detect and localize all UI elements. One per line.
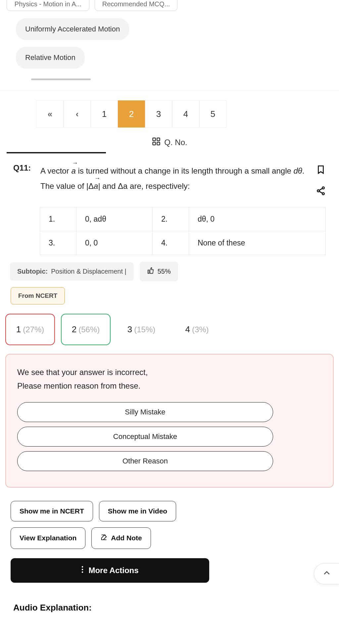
show-in-video-button[interactable]: Show me in Video [99, 501, 176, 521]
table-row: 3. 0, 0 4. None of these [40, 231, 326, 255]
option-val-1[interactable]: 0, adθ [76, 207, 153, 231]
svg-rect-2 [153, 142, 156, 145]
option-val-2[interactable]: dθ, 0 [189, 207, 326, 231]
pager-page-5[interactable]: 5 [199, 100, 226, 128]
from-ncert-tag: From NCERT [11, 287, 65, 304]
topic-chip-row: Uniformly Accelerated Motion Relative Mo… [0, 11, 339, 80]
option-num-3: 3. [40, 231, 76, 255]
chevron-up-icon [322, 569, 331, 579]
answer-choice-4[interactable]: 4(3%) [172, 314, 222, 345]
qno-label: Q. No. [164, 138, 187, 147]
option-num-2: 2. [153, 207, 189, 231]
option-val-4[interactable]: None of these [189, 231, 326, 255]
page-navigator: « ‹ 1 2 3 4 5 [36, 100, 339, 128]
show-in-ncert-button[interactable]: Show me in NCERT [11, 501, 93, 521]
answer-stats-row: 1(27%) 2(56%) 3(15%) 4(3%) [0, 304, 339, 345]
bookmark-icon[interactable] [316, 165, 326, 176]
like-percentage: 55% [158, 268, 171, 275]
horizontal-scroll-indicator [31, 79, 91, 80]
svg-point-9 [82, 571, 83, 572]
reason-other[interactable]: Other Reason [17, 451, 273, 471]
svg-point-7 [82, 566, 83, 567]
edit-note-icon [100, 534, 108, 543]
question-number-jump[interactable]: Q. No. [0, 137, 339, 148]
like-pill[interactable]: 55% [140, 262, 178, 281]
incorrect-line2: Please mention reason from these. [17, 381, 140, 390]
question-text: A vector a is turned without a change in… [40, 163, 305, 193]
question-number: Q11: [13, 163, 36, 173]
reason-silly-mistake[interactable]: Silly Mistake [17, 402, 273, 422]
scroll-to-top-button[interactable] [314, 563, 339, 584]
share-icon[interactable] [316, 186, 326, 197]
answer-choice-1[interactable]: 1(27%) [5, 314, 55, 345]
incorrect-line1: We see that your answer is incorrect, [17, 368, 148, 377]
topic-chip-uniformly-accelerated[interactable]: Uniformly Accelerated Motion [16, 18, 129, 40]
svg-rect-1 [157, 138, 160, 141]
options-table: 1. 0, adθ 2. dθ, 0 3. 0, 0 4. None of th… [40, 207, 326, 255]
audio-explanation-heading: Audio Explanation: [13, 603, 339, 613]
breadcrumb-card-recommended[interactable]: Recommended MCQ... [95, 0, 177, 11]
more-vertical-icon [81, 565, 84, 575]
option-num-4: 4. [153, 231, 189, 255]
breadcrumb-card-physics[interactable]: Physics - Motion in A... [7, 0, 89, 11]
more-actions-button[interactable]: More Actions [11, 558, 209, 583]
subtopic-label: Subtopic: [17, 268, 48, 275]
svg-point-8 [82, 568, 83, 570]
table-row: 1. 0, adθ 2. dθ, 0 [40, 207, 326, 231]
svg-rect-3 [157, 142, 160, 145]
grid-icon [152, 137, 161, 148]
svg-rect-0 [153, 138, 156, 141]
subtopic-pill: Subtopic: Position & Displacement | [10, 262, 134, 281]
pager-page-1[interactable]: 1 [91, 100, 118, 128]
subtopic-value: Position & Displacement | [51, 268, 126, 275]
pager-prev-icon[interactable]: ‹ [64, 100, 91, 128]
pager-first-icon[interactable]: « [36, 100, 64, 128]
view-explanation-button[interactable]: View Explanation [11, 527, 85, 549]
topic-chip-relative-motion[interactable]: Relative Motion [16, 47, 85, 69]
pager-page-3[interactable]: 3 [145, 100, 172, 128]
pager-page-4[interactable]: 4 [172, 100, 199, 128]
incorrect-feedback-box: We see that your answer is incorrect, Pl… [5, 354, 334, 488]
option-val-3[interactable]: 0, 0 [76, 231, 153, 255]
pager-page-2[interactable]: 2 [118, 100, 145, 128]
option-num-1: 1. [40, 207, 76, 231]
add-note-button[interactable]: Add Note [91, 527, 151, 549]
thumbs-up-icon [147, 267, 154, 276]
answer-choice-2[interactable]: 2(56%) [61, 314, 111, 345]
answer-choice-3[interactable]: 3(15%) [117, 314, 166, 345]
reason-conceptual-mistake[interactable]: Conceptual Mistake [17, 427, 273, 447]
